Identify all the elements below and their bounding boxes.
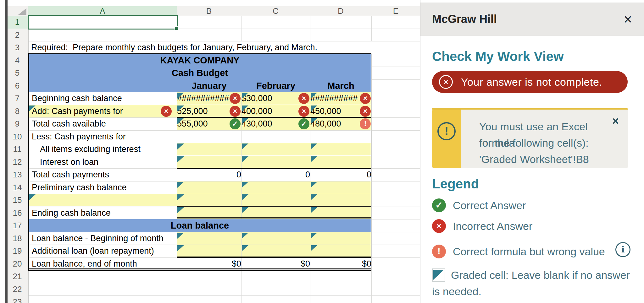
cell-C14[interactable]	[242, 181, 310, 194]
cell-A15[interactable]	[29, 194, 177, 206]
cell-A17[interactable]: Loan balance	[29, 219, 371, 232]
cell-B6[interactable]: January	[177, 80, 241, 92]
cell-D19[interactable]	[310, 245, 371, 257]
border-under-row20-a	[28, 268, 371, 269]
cell-B15[interactable]	[177, 194, 241, 206]
cell-text: 0	[236, 170, 241, 179]
graded-cell-marker-icon	[311, 106, 317, 111]
cell-C9[interactable]: 430,000✓	[242, 118, 310, 130]
formula-warning-box: ! You must use an Excel formula for the …	[432, 108, 628, 168]
cell-A9[interactable]: Total cash available	[29, 118, 180, 130]
row-header-17[interactable]: 17	[7, 219, 27, 232]
cell-A8[interactable]: Add: Cash payments for×	[29, 105, 180, 117]
cell-C18[interactable]	[242, 232, 310, 245]
row-header-1[interactable]: 1	[7, 16, 27, 29]
graded-cell-marker-icon	[311, 207, 317, 213]
cell-A11[interactable]: All items excluding interest	[29, 143, 188, 155]
cell-C11[interactable]	[242, 143, 310, 155]
graded-cell-marker-icon	[242, 93, 248, 99]
cell-text: KAYAK COMPANY	[160, 55, 240, 65]
cell-A10[interactable]: Less: Cash payments for	[29, 131, 180, 143]
row-header-15[interactable]: 15	[7, 194, 27, 207]
row-header-9[interactable]: 9	[7, 117, 27, 130]
cell-C19[interactable]	[242, 245, 310, 257]
cell-A5[interactable]: Cash Budget	[29, 67, 371, 79]
cell-A19[interactable]: Additional loan (loan repayment)	[29, 245, 180, 257]
cell-D7[interactable]: ##########×	[310, 92, 371, 105]
col-header-D[interactable]: D	[310, 6, 371, 16]
cell-text: March	[327, 81, 354, 91]
row-header-20[interactable]: 20	[7, 257, 27, 270]
cell-D11[interactable]	[310, 143, 371, 155]
cell-B8[interactable]: 525,000×	[177, 105, 241, 117]
fill-handle[interactable]	[175, 26, 179, 30]
cell-B19[interactable]	[177, 245, 241, 257]
graded-cell-marker-icon	[242, 194, 248, 200]
row-header-10[interactable]: 10	[7, 130, 27, 143]
cell-D12[interactable]	[310, 156, 371, 168]
warning-accent-bar: !	[432, 110, 461, 168]
cell-C8[interactable]: 400,000×	[242, 105, 310, 117]
cell-D20[interactable]: $0	[310, 258, 389, 270]
cell-text: All items excluding interest	[40, 144, 141, 154]
cell-B11[interactable]	[177, 143, 241, 155]
cell-C12[interactable]	[242, 156, 310, 168]
cell-A14[interactable]: Preliminary cash balance	[29, 181, 180, 194]
cell-D6[interactable]: March	[310, 80, 371, 92]
row-header-18[interactable]: 18	[7, 232, 27, 245]
row-header-8[interactable]: 8	[7, 105, 27, 118]
row-header-11[interactable]: 11	[7, 143, 27, 156]
col-header-E[interactable]: E	[371, 6, 420, 16]
cell-text: Total cash payments	[32, 170, 109, 179]
row-header-14[interactable]: 14	[7, 181, 27, 194]
cell-A20[interactable]: Loan balance, end of month	[29, 258, 180, 270]
graded-cell-marker-icon	[311, 143, 317, 149]
cell-A16[interactable]: Ending cash balance	[29, 207, 180, 219]
graded-cell-marker-icon	[177, 143, 184, 149]
row-header-6[interactable]: 6	[7, 79, 27, 92]
row-header-12[interactable]: 12	[7, 156, 27, 169]
cell-D9[interactable]: 480,000!	[310, 118, 371, 130]
cell-C15[interactable]	[242, 194, 310, 206]
cell-A3[interactable]: Required: Prepare monthly cash budgets f…	[29, 41, 374, 54]
col-header-A[interactable]: A	[28, 6, 177, 16]
cell-D18[interactable]	[310, 232, 371, 245]
status-incorrect-icon: ×	[161, 106, 172, 117]
cell-D13[interactable]: 0	[310, 169, 389, 181]
row-header-7[interactable]: 7	[7, 92, 27, 105]
status-correct-icon: ✓	[230, 118, 241, 129]
cell-B12[interactable]	[177, 156, 241, 168]
cell-B14[interactable]	[177, 181, 241, 194]
cell-A7[interactable]: Beginning cash balance	[29, 92, 180, 105]
row-header-21[interactable]: 21	[7, 270, 27, 283]
cell-A4[interactable]: KAYAK COMPANY	[29, 54, 371, 67]
banner-text: Your answer is not complete.	[461, 71, 602, 93]
info-icon[interactable]: i	[615, 242, 630, 257]
incorrect-answer-icon: ×	[432, 219, 446, 233]
row-header-19[interactable]: 19	[7, 245, 27, 257]
cell-B18[interactable]	[177, 232, 241, 245]
row-header-2[interactable]: 2	[7, 29, 27, 41]
cell-D14[interactable]	[310, 181, 371, 194]
close-icon[interactable]: ×	[624, 3, 632, 36]
cell-C7[interactable]: $30,000×	[242, 92, 310, 105]
row-header-16[interactable]: 16	[7, 207, 27, 219]
row-header-5[interactable]: 5	[7, 67, 27, 79]
row-header-22[interactable]: 22	[7, 283, 27, 296]
cell-A13[interactable]: Total cash payments	[29, 169, 180, 181]
row-header-13[interactable]: 13	[7, 168, 27, 181]
col-header-B[interactable]: B	[177, 6, 241, 16]
col-header-C[interactable]: C	[241, 6, 310, 16]
cell-A18[interactable]: Loan balance - Beginning of month	[29, 232, 180, 245]
cell-A12[interactable]: Interest on loan	[29, 156, 188, 168]
cell-D8[interactable]: 450,000×	[310, 105, 371, 117]
cell-C6[interactable]: February	[242, 80, 310, 92]
row-header-23[interactable]: 23	[7, 295, 27, 303]
cell-B9[interactable]: 555,000✓	[177, 118, 241, 130]
cell-D15[interactable]	[310, 194, 371, 206]
warning-close-icon[interactable]: ×	[612, 115, 619, 128]
cell-B7[interactable]: ###########×	[177, 92, 241, 105]
row-header-4[interactable]: 4	[7, 54, 27, 67]
row-header-3[interactable]: 3	[7, 41, 27, 54]
cell-text: Add: Cash payments for	[32, 106, 123, 116]
